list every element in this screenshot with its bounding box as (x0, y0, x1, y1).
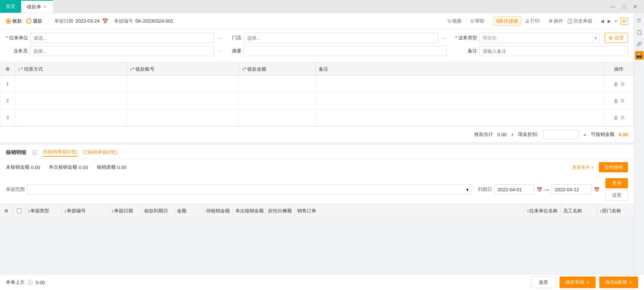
td-amount-1[interactable] (239, 76, 316, 92)
save-draft-button[interactable]: 保存草稿 ∧ (559, 277, 596, 288)
bth-c4: 收款到期日 (142, 204, 175, 217)
radio-tuidan[interactable]: 退款 (26, 18, 42, 24)
td-shoukuan-2[interactable] (127, 93, 239, 109)
tab-shoukuan[interactable]: 收款单 ✕ (21, 0, 53, 13)
benshang-info-icon[interactable]: ℹ (28, 280, 33, 285)
laiwai-input[interactable] (30, 33, 214, 43)
save-new-button[interactable]: 保存&新增 ∧ (599, 277, 638, 288)
bth-c6: 待核销金额 (204, 204, 233, 217)
bth-c8: 折扣分摊额 (266, 204, 295, 217)
td-shoukuan-3[interactable] (127, 109, 239, 126)
beizhu-input[interactable] (479, 46, 628, 56)
query-button[interactable]: 查询 (605, 178, 628, 188)
print-link[interactable]: 🖨 打印 (525, 18, 540, 24)
td-shoukuan-1[interactable] (127, 76, 239, 92)
td-remark-3[interactable] (316, 109, 604, 126)
yewu-select[interactable]: 预收款 ▾ (479, 33, 600, 43)
yewuyuan-input[interactable] (30, 46, 214, 56)
delete-icon-1[interactable]: 🗑 (613, 81, 619, 87)
window-controls: — □ ✕ (608, 3, 644, 10)
discard-button[interactable]: 放弃 (531, 277, 556, 288)
td-jiesuan-1[interactable] (15, 76, 127, 92)
yewuyuan-more-icon[interactable]: ··· (217, 48, 222, 54)
sidebar-note-icon[interactable]: 🗒 (635, 16, 644, 25)
settings-button[interactable]: ⚙ 设置 (605, 33, 628, 43)
video-link[interactable]: ⊙ 视频 (447, 18, 462, 24)
select-all-checkbox[interactable] (17, 208, 21, 213)
td-ops-3: 🗑 ⧉ (604, 109, 633, 126)
td-amount-3[interactable] (239, 109, 316, 126)
td-jiesuan-2[interactable] (15, 93, 127, 109)
copy-icon-2[interactable]: ⧉ (621, 98, 624, 104)
zhaiyao-input[interactable] (244, 46, 447, 56)
shortcut-link[interactable]: ⌨ 快捷键 (493, 16, 521, 26)
grid-icon[interactable]: ⊞ (621, 17, 628, 25)
sidebar-list-icon[interactable]: 📋 (635, 28, 644, 36)
yewuyuan-field: 业务员 ··· (6, 46, 222, 56)
hexiao-title: 核销明细 (6, 149, 26, 156)
calendar-icon[interactable]: 📅 (102, 18, 108, 24)
hexiao-tab-done[interactable]: 已核销单据(0笔) (83, 149, 117, 156)
range-filter-select[interactable]: ▾ (27, 184, 472, 195)
date-from-input[interactable] (494, 184, 534, 195)
hexiao-tab-pending[interactable]: 待核销单据(0笔) (43, 149, 77, 157)
close-window-button[interactable]: ✕ (631, 3, 640, 10)
radio-shoukuan[interactable]: 收款 (6, 18, 22, 24)
bth-settings[interactable]: ⚙ (0, 204, 13, 217)
td-remark-2[interactable] (316, 93, 604, 109)
equals-sign: = (584, 132, 586, 137)
sidebar-camera-icon[interactable]: 📸 (635, 51, 644, 60)
tab-home[interactable]: 首页 (0, 0, 21, 13)
sidebar-link-icon[interactable]: 🔗 (635, 39, 644, 48)
mendian-input[interactable] (244, 33, 439, 43)
bth-c12: ↕ 部门名称 (597, 204, 634, 217)
xianjin-input[interactable] (543, 130, 579, 139)
list-icon[interactable]: ≡ (614, 19, 617, 24)
td-idx-1: 1 (0, 76, 15, 92)
section-divider (0, 142, 634, 145)
shoukuan-label: * 收款账号 (132, 66, 154, 72)
kehe-value: 0.00 (619, 132, 628, 137)
delete-icon-2[interactable]: 🗑 (613, 98, 619, 104)
laiwai-field: 往来单位 ··· (6, 33, 222, 43)
radio-dot-shoukuan (6, 19, 11, 24)
beizhu-label: 备注 (455, 48, 477, 54)
mendian-label: 门店 (231, 35, 242, 41)
next-icon[interactable]: ▶ (608, 19, 611, 24)
td-idx-3: 3 (0, 109, 15, 126)
delete-icon-3[interactable]: 🗑 (613, 115, 619, 121)
date-to-input[interactable] (551, 184, 592, 195)
help-link[interactable]: ⊙ 帮助 (470, 18, 484, 24)
table-row: 2 🗑 ⧉ (0, 93, 633, 109)
th-settings[interactable]: ⚙ (0, 63, 15, 75)
td-amount-2[interactable] (239, 93, 316, 109)
ops-link[interactable]: ⚙ 操作 (549, 18, 563, 24)
auto-hexiao-button[interactable]: 自动核销 (599, 162, 628, 172)
zhaiyao-label: 摘要 (231, 48, 242, 54)
mendian-more-icon[interactable]: ··· (442, 35, 447, 41)
close-icon[interactable]: ✕ (43, 4, 47, 9)
bth-checkbox[interactable] (13, 204, 25, 217)
prev-icon[interactable]: ◀ (601, 19, 604, 24)
copy-icon-3[interactable]: ⧉ (621, 114, 624, 121)
td-jiesuan-3[interactable] (15, 109, 127, 126)
filter-settings-button[interactable]: 设置 (605, 190, 628, 201)
tab-home-label: 首页 (6, 3, 15, 10)
yewu-value: 预收款 (480, 35, 592, 41)
save-draft-label: 保存草稿 ∧ (565, 279, 590, 286)
hexiao-header: 核销明细 ℹ 待核销单据(0笔) 已核销单据(0笔) (0, 145, 634, 159)
copy-icon-1[interactable]: ⧉ (621, 81, 624, 87)
c3-label: 单据日期 (114, 208, 133, 214)
td-remark-1[interactable] (316, 76, 604, 92)
th-remark: 备注 (316, 63, 604, 75)
laiwai-more-icon[interactable]: ··· (217, 35, 222, 41)
maximize-button[interactable]: □ (621, 3, 628, 10)
calendar-to-icon[interactable]: 📅 (594, 187, 600, 192)
minimize-button[interactable]: — (608, 3, 618, 10)
calendar-from-icon[interactable]: 📅 (537, 187, 542, 192)
form-row-1: 往来单位 ··· 门店 ··· 业务类型 预收款 ▾ ⚙ 设置 (6, 33, 628, 43)
history-link[interactable]: 📋 历史单据 (567, 18, 592, 24)
hexiao-info-icon[interactable]: ℹ (32, 150, 37, 155)
more-conditions-link[interactable]: 更多条件 ∧ (572, 164, 594, 171)
toolbar-right: ⊙ 视频 | ⊙ 帮助 | ⌨ 快捷键 🖨 打印 | ⚙ 操作 (447, 16, 628, 26)
